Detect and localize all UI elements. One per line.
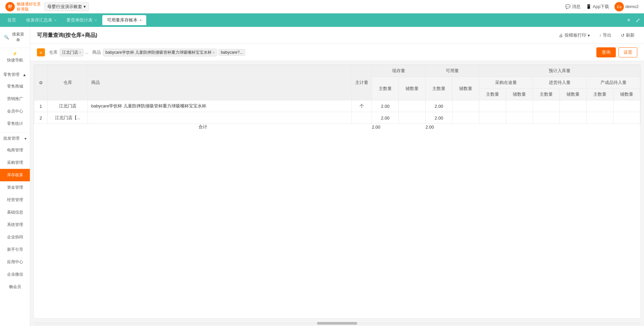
app-download-button[interactable]: 📱 App下载 — [586, 4, 609, 10]
filter-toggle-button[interactable]: » — [37, 48, 45, 56]
export-button[interactable]: ↑ 导出 — [597, 31, 614, 40]
cell-inc-aux — [560, 100, 587, 112]
th-available-aux: 辅数量 — [452, 77, 479, 100]
sidebar-section-retail: 零售管理 ▲ 零售商城 营销推广 会员中心 零售统计 — [0, 66, 30, 133]
chevron-down-icon: ▾ — [24, 136, 26, 141]
horizontal-scrollbar[interactable] — [34, 322, 641, 325]
cell-no: 1 — [34, 100, 48, 112]
sidebar-item-enterprise[interactable]: 企业协同 — [0, 231, 30, 243]
th-unit: 主计量 — [352, 65, 372, 100]
sidebar-item-operations[interactable]: 经营管理 — [0, 194, 30, 206]
sidebar-item-basics[interactable]: 基础信息 — [0, 206, 30, 219]
product-tag-container: babycare学饮杯 儿童防摔防撞吸管杯重力球吸嘴杯宝宝水杯 × babyca… — [103, 49, 245, 56]
download-icon: 📱 — [586, 4, 591, 9]
top-bar: 好 畅捷通好生意 标准版 母婴行业演示账套 ▾ 💬 消息 📱 App下载 Ea … — [0, 0, 644, 13]
cell-fin-aux — [613, 112, 640, 124]
query-button[interactable]: 查询 — [596, 47, 616, 57]
th-product: 商品 — [88, 65, 352, 100]
cell-inc-main — [533, 100, 560, 112]
footer-fin-main — [587, 124, 613, 130]
sidebar-item-member[interactable]: 会员中心 — [0, 105, 30, 118]
page-actions: 🖨 按模板打印 ▾ ↑ 导出 ↺ 刷新 — [556, 31, 638, 40]
sidebar-item-retail-mall[interactable]: 零售商城 — [0, 80, 30, 93]
table-row: 2 江北门店【... 2.00 2.00 — [34, 112, 640, 124]
tab-recv-summary-close[interactable]: × — [54, 18, 56, 22]
table-container: ⚙ 仓库 商品 主计量 现存量 可用量 预计入库量 主数量 辅数量 主数量 辅数… — [34, 64, 641, 319]
cell-stock-main: 2.00 — [372, 100, 399, 112]
th-fin-main: 主数量 — [587, 89, 613, 100]
product-filter-group: 商品 babycare学饮杯 儿童防摔防撞吸管杯重力球吸嘴杯宝宝水杯 × bab… — [92, 49, 245, 56]
th-inc-main: 主数量 — [533, 89, 560, 100]
warehouse-more[interactable]: ... — [85, 50, 88, 55]
warehouse-tag-jiangbei: 江北门店 × — [60, 49, 84, 56]
th-available-main: 主数量 — [426, 77, 452, 100]
th-available-header: 可用量 — [426, 65, 479, 77]
page-title: 可用量查询(按仓库+商品) — [37, 32, 97, 39]
footer-pt-main — [479, 124, 506, 130]
sidebar-item-vip[interactable]: 畅会员 — [0, 281, 30, 293]
tab-close-all-button[interactable]: × — [626, 16, 632, 25]
top-bar-right: 💬 消息 📱 App下载 Ea demo2 — [565, 2, 639, 11]
cell-warehouse: 江北门店【... — [48, 112, 88, 124]
print-icon: 🖨 — [559, 33, 563, 38]
tab-order-stats-close[interactable]: × — [95, 18, 97, 22]
message-icon: 💬 — [565, 4, 571, 9]
message-button[interactable]: 💬 消息 — [565, 4, 581, 10]
top-bar-left: 好 畅捷通好生意 标准版 母婴行业演示账套 ▾ — [5, 2, 89, 11]
th-stock-main: 主数量 — [372, 77, 399, 100]
template-print-button[interactable]: 🖨 按模板打印 ▾ — [556, 31, 593, 40]
th-settings-gear[interactable]: ⚙ — [34, 65, 48, 100]
warehouse-filter-group: 仓库 江北门店 × ... — [49, 49, 88, 56]
cell-pt-main — [479, 100, 506, 112]
th-pt-main: 主数量 — [479, 89, 506, 100]
sidebar-item-marketing[interactable]: 营销推广 — [0, 93, 30, 105]
sidebar-item-wholesale[interactable]: 批发管理 ▾ — [0, 133, 30, 144]
footer-available-main: 2.00 — [426, 124, 452, 130]
export-icon: ↑ — [599, 33, 602, 38]
th-warehouse: 仓库 — [48, 65, 88, 100]
tab-home[interactable]: 首页 — [3, 15, 21, 25]
sidebar-item-newbie[interactable]: 新手引导 — [0, 243, 30, 256]
tab-expand-button[interactable]: ⤢ — [634, 16, 641, 25]
product-label: 商品 — [92, 49, 101, 55]
user-profile[interactable]: Ea demo2 — [614, 2, 639, 11]
tab-bar-actions: × ⤢ — [626, 16, 641, 25]
filter-actions: 查询 设置 — [596, 47, 637, 57]
cell-stock-aux — [399, 100, 426, 112]
refresh-button[interactable]: ↺ 刷新 — [618, 31, 637, 40]
sidebar-item-finance[interactable]: 资金管理 — [0, 181, 30, 194]
th-pt-aux: 辅数量 — [506, 89, 533, 100]
footer-fin-aux — [613, 124, 640, 130]
sidebar-item-retail-management[interactable]: 零售管理 ▲ — [0, 69, 30, 80]
th-purchase-transit: 采购在途量 — [479, 77, 533, 89]
warehouse-tag-close[interactable]: × — [79, 50, 81, 54]
cell-fin-main — [587, 100, 613, 112]
sidebar-item-purchase[interactable]: 采购管理 — [0, 156, 30, 169]
logo-text: 畅捷通好生意 标准版 — [17, 2, 41, 11]
sidebar-item-ecommerce[interactable]: 电商管理 — [0, 144, 30, 156]
cell-pt-main — [479, 112, 506, 124]
avatar: Ea — [614, 2, 624, 11]
sidebar-item-quick-nav[interactable]: ⚡ 快捷导航 — [0, 48, 30, 66]
cell-pt-aux — [506, 100, 533, 112]
scrollbar-thumb — [317, 322, 357, 325]
product-tag-babycare2: babycare?... — [218, 49, 245, 56]
tab-available-stock[interactable]: 可用量库存账本 × — [102, 15, 146, 25]
industry-selector[interactable]: 母婴行业演示账套 ▾ — [44, 2, 89, 11]
th-stock-aux: 辅数量 — [399, 77, 426, 100]
sidebar-item-wechat[interactable]: 企业微信 — [0, 268, 30, 281]
product-tag-1-close[interactable]: × — [213, 50, 215, 54]
th-finished: 产成品待入量 — [587, 77, 640, 89]
chevron-down-icon: ▾ — [588, 33, 590, 38]
th-fin-aux: 辅数量 — [613, 89, 640, 100]
sidebar-item-inventory[interactable]: 库存核算 — [0, 169, 30, 181]
sidebar-item-retail-stats[interactable]: 零售统计 — [0, 118, 30, 130]
sidebar-item-apps[interactable]: 应用中心 — [0, 256, 30, 268]
sidebar: 🔍 搜索菜单 ⚡ 快捷导航 零售管理 ▲ 零售商城 营销推广 会员中心 — [0, 27, 30, 326]
tab-order-stats[interactable]: 要货单统计表 × — [62, 15, 101, 25]
search-menu-button[interactable]: 🔍 搜索菜单 — [3, 30, 27, 44]
tab-available-stock-close[interactable]: × — [140, 18, 142, 22]
sidebar-item-system[interactable]: 系统管理 — [0, 219, 30, 231]
tab-recv-summary[interactable]: 收发存汇总表 × — [21, 15, 61, 25]
settings-button[interactable]: 设置 — [619, 47, 637, 57]
